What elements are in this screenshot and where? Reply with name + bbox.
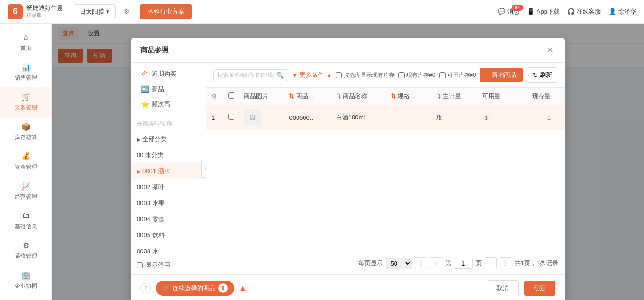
sidebar-item-finance[interactable]: 💰 资金管理 <box>0 146 51 176</box>
page-input[interactable] <box>454 258 473 269</box>
sidebar-item-enterprise[interactable]: 🏢 企业协同 <box>0 265 51 295</box>
user-avatar[interactable]: 👤 徐泽华 <box>609 8 636 16</box>
quick-recent[interactable]: ⏱ 近期购买 <box>137 67 200 81</box>
sidebar-item-newbie[interactable]: 🎯 新手引导 <box>0 295 51 300</box>
sales-icon: 📊 <box>21 62 31 72</box>
page-first-btn[interactable]: ⟪ <box>415 257 427 269</box>
cat-search-row: 🔍 <box>131 116 206 131</box>
avatar-icon: 👤 <box>609 8 616 15</box>
product-search-input[interactable] <box>217 72 274 78</box>
sort-name-icon: ⇅ <box>336 92 341 100</box>
cancel-btn[interactable]: 取消 <box>487 280 519 296</box>
th-name[interactable]: ⇅ 商品名称 <box>331 88 386 105</box>
row-checkbox[interactable] <box>228 114 234 120</box>
quick-new[interactable]: 🆕 新品 <box>137 83 200 96</box>
sidebar-item-sales-label: 销售管理 <box>15 74 37 82</box>
footer-left: ? 🛒 连续选择的商品 0 ▲ <box>140 281 247 296</box>
filter-show-stock-checkbox[interactable] <box>336 72 342 78</box>
page-prev-btn[interactable]: ‹ <box>430 257 442 269</box>
cat-arrow-icon: ▶ <box>137 137 140 142</box>
sort-spec-icon: ⇅ <box>391 92 396 100</box>
cat-item-0002[interactable]: 0002 茶叶 <box>131 179 206 195</box>
logo-text: 畅捷通好生意 <box>26 4 63 12</box>
select-all-checkbox[interactable] <box>228 92 234 99</box>
filter-usable-stock-label[interactable]: 可用库存≠0 <box>439 71 476 79</box>
category-panel: ⏱ 近期购买 🆕 新品 ⭐ 频次高 <box>131 63 206 274</box>
cat-item-0001[interactable]: ▶ 0001 酒水 <box>131 163 206 179</box>
filter-usable-stock-checkbox[interactable] <box>439 72 446 78</box>
online-service-btn[interactable]: 🎧 在线客服 <box>567 8 601 16</box>
logo-sub: 精品版 <box>26 12 63 19</box>
td-spec <box>386 105 431 130</box>
filter-has-stock-label[interactable]: 现有库存≠0 <box>398 71 435 79</box>
sidebar-item-basic[interactable]: 🗂 基础信息 <box>0 206 51 235</box>
page-size-select[interactable]: 50 20 100 <box>386 258 412 269</box>
filter-show-stock-label[interactable]: 按仓库显示现有库存 <box>336 71 395 79</box>
modal-close-btn[interactable]: ✕ <box>544 44 555 56</box>
td-check[interactable] <box>223 105 239 130</box>
cat-search-input[interactable] <box>137 120 206 127</box>
cat-item-0005[interactable]: 0005 饮料 <box>131 227 206 243</box>
page-last-btn[interactable]: ⟫ <box>500 257 512 269</box>
show-disabled-checkbox[interactable] <box>137 262 143 268</box>
td-name: 白酒100ml <box>331 105 386 130</box>
system-icon: ⚙ <box>21 240 31 250</box>
product-search-icon[interactable]: 🔍 <box>276 72 284 79</box>
store-dropdown[interactable]: 日太阳膜 ▾ <box>74 4 116 19</box>
product-table-area: ⚙ 商品图片 <box>206 88 565 252</box>
cat-0001-arrow-icon: ▶ <box>137 169 140 174</box>
table-row[interactable]: 1 🖼 <box>206 105 565 130</box>
filter-more-btn[interactable]: ▼ 更多条件 ▲ <box>292 71 332 79</box>
message-badge: 99+ <box>512 5 523 11</box>
footer-collapse-icon[interactable]: ▲ <box>239 284 247 292</box>
th-settings[interactable]: ⚙ <box>206 88 223 105</box>
product-table: ⚙ 商品图片 <box>206 88 565 130</box>
quick-recent-label: 近期购买 <box>152 70 176 78</box>
page-size-label: 每页显示 <box>358 259 383 267</box>
help-icon[interactable]: ? <box>140 283 151 293</box>
modal-title: 商品参照 <box>140 46 169 55</box>
sidebar-item-inventory[interactable]: 📦 库存核算 <box>0 117 51 146</box>
total-info: 共1页，1条记录 <box>515 259 558 267</box>
th-check[interactable] <box>223 88 239 105</box>
cat-item-all[interactable]: ▶ 全部分类 <box>131 131 206 147</box>
sidebar-item-sales[interactable]: 📊 销售管理 <box>0 57 51 87</box>
sidebar-item-finance-label: 资金管理 <box>15 163 37 171</box>
cart-btn[interactable]: 🛒 连续选择的商品 0 <box>156 281 234 296</box>
cat-footer: 显示停用 <box>131 256 206 274</box>
cart-count: 0 <box>218 283 228 293</box>
sidebar-item-purchase[interactable]: 🛒 采购管理 <box>0 87 51 117</box>
nav-right: 💬 消息 99+ 📱 App下载 🎧 在线客服 👤 徐泽华 <box>498 8 636 16</box>
th-code[interactable]: ⇅ 商品... <box>284 88 331 105</box>
message-btn[interactable]: 💬 消息 99+ <box>498 8 520 16</box>
sidebar-item-home[interactable]: ⌂ 首页 <box>0 27 51 57</box>
modal-overlay: 商品参照 ✕ ⏱ 近期购买 🆕 新 <box>52 24 644 300</box>
th-unit[interactable]: ⇅ 主计量 <box>431 88 478 105</box>
show-disabled-label[interactable]: 显示停用 <box>137 261 200 269</box>
app-download-btn[interactable]: 📱 App下载 <box>527 8 560 16</box>
top-navigation: 6 畅捷通好生意 精品版 日太阳膜 ▾ ⚙ 体验行业方案 💬 消息 99+ 📱 … <box>0 0 644 24</box>
cat-item-00[interactable]: 00 未分类 <box>131 147 206 163</box>
cat-item-0008[interactable]: 0008 水 <box>131 243 206 256</box>
page-next-btn[interactable]: › <box>485 257 497 269</box>
cat-panel-collapse-btn[interactable]: « <box>201 159 206 178</box>
filter-has-stock-checkbox[interactable] <box>398 72 405 78</box>
filter-bar: 🔍 ▼ 更多条件 ▲ 按仓库显示现有库存 <box>206 63 565 88</box>
quick-frequent[interactable]: ⭐ 频次高 <box>137 98 200 111</box>
table-body: 1 🖼 <box>206 105 565 130</box>
sidebar-item-system[interactable]: ⚙ 系统管理 <box>0 235 51 265</box>
product-image: 🖼 <box>244 109 261 126</box>
new-icon: 🆕 <box>140 85 149 93</box>
add-product-btn[interactable]: + 新增商品 <box>480 68 523 82</box>
refresh-btn[interactable]: ↻ 刷新 <box>527 67 558 83</box>
inventory-icon: 📦 <box>21 121 31 132</box>
cat-item-0004[interactable]: 0004 零食 <box>131 211 206 227</box>
confirm-btn[interactable]: 确定 <box>524 281 555 296</box>
quick-frequent-label: 频次高 <box>152 100 170 108</box>
sidebar-item-operations[interactable]: 📈 经营管理 <box>0 176 51 206</box>
cat-item-0003[interactable]: 0003 水果 <box>131 195 206 211</box>
th-spec[interactable]: ⇅ 规格... <box>386 88 431 105</box>
settings-icon[interactable]: ⚙ <box>119 4 134 19</box>
experience-btn[interactable]: 体验行业方案 <box>140 4 192 19</box>
sidebar: ⌂ 首页 📊 销售管理 🛒 采购管理 📦 库存核算 💰 资金管理 📈 经营管理 … <box>0 24 52 300</box>
